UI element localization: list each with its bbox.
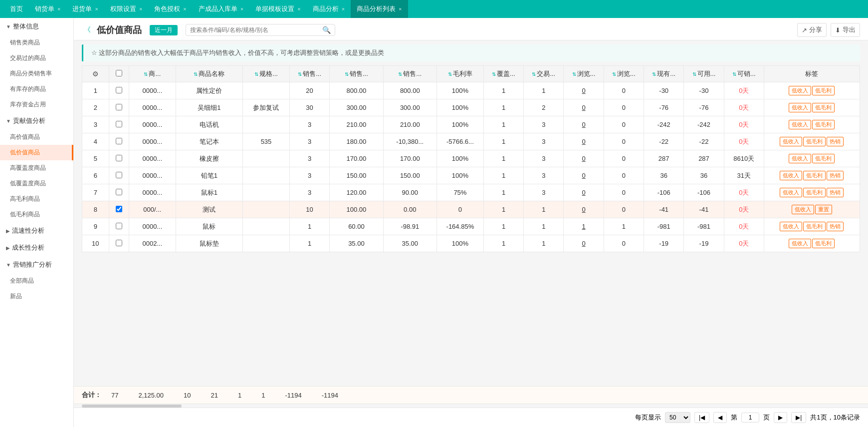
row-checkbox[interactable] [116, 104, 122, 110]
row-browse1[interactable]: 0 [564, 99, 604, 116]
nav-sales-order[interactable]: 销货单 × [29, 0, 66, 18]
browse1-link[interactable]: 0 [582, 104, 585, 111]
sidebar-group-growth[interactable]: ▶ 成长性分析 [0, 239, 73, 256]
row-checkbox-cell[interactable] [109, 116, 129, 133]
th-sales-num[interactable]: ⇅销售... [289, 66, 329, 82]
browse1-link[interactable]: 0 [582, 189, 585, 196]
sidebar-item-sales-products[interactable]: 销售类商品 [0, 35, 73, 50]
row-checkbox-cell[interactable] [109, 218, 129, 235]
next-page-button[interactable]: ▶ [774, 412, 787, 423]
row-checkbox-cell[interactable] [109, 133, 129, 150]
sidebar-item-category-rate[interactable]: 商品分类销售率 [0, 66, 73, 81]
row-browse1[interactable]: 0 [564, 116, 604, 133]
nav-role-auth[interactable]: 角色授权 × [148, 0, 192, 18]
th-sales-amt2[interactable]: ⇅销售... [383, 66, 436, 82]
prev-page-button[interactable]: ◀ [713, 412, 727, 423]
row-checkbox[interactable] [116, 172, 122, 178]
close-icon[interactable]: × [57, 6, 60, 12]
nav-product-analysis[interactable]: 商品分析 × [307, 0, 351, 18]
th-gear[interactable]: ⚙ [82, 66, 109, 82]
sidebar-item-low-value[interactable]: 低价值商品 [0, 145, 73, 160]
close-icon[interactable]: × [95, 6, 98, 12]
sidebar-group-marketing[interactable]: ▼ 营销推广分析 [0, 256, 73, 273]
close-icon[interactable]: × [183, 6, 186, 12]
sidebar-item-high-coverage[interactable]: 高覆盖度商品 [0, 160, 73, 176]
nav-home[interactable]: 首页 [4, 0, 29, 18]
row-checkbox[interactable] [116, 240, 122, 246]
row-checkbox-cell[interactable] [109, 167, 129, 184]
sidebar-item-high-margin[interactable]: 高毛利商品 [0, 191, 73, 207]
row-browse1[interactable]: 0 [564, 235, 604, 252]
nav-product-analysis-list[interactable]: 商品分析列表 × [351, 0, 408, 18]
th-margin[interactable]: ⇅毛利率 [436, 66, 483, 82]
browse1-link[interactable]: 0 [582, 206, 585, 213]
sidebar-item-low-margin[interactable]: 低毛利商品 [0, 207, 73, 222]
th-code[interactable]: ⇅商... [129, 66, 176, 82]
filter-tag-recent[interactable]: 近一月 [150, 25, 178, 35]
sidebar-item-stock-products[interactable]: 有库存的商品 [0, 81, 73, 97]
export-button[interactable]: ⬇ 导出 [831, 23, 860, 37]
row-checkbox[interactable] [116, 121, 122, 127]
browse1-link[interactable]: 0 [582, 87, 585, 94]
th-coverage[interactable]: ⇅覆盖... [483, 66, 523, 82]
per-page-select[interactable]: 50 20 100 [665, 412, 690, 423]
row-browse1[interactable]: 0 [564, 150, 604, 167]
row-checkbox-cell[interactable] [109, 150, 129, 167]
select-all-checkbox[interactable] [116, 70, 122, 76]
browse1-link[interactable]: 0 [582, 155, 585, 162]
row-browse1[interactable]: 0 [564, 167, 604, 184]
th-saleable[interactable]: ⇅可销... [724, 66, 764, 82]
row-checkbox[interactable] [116, 87, 122, 93]
sidebar-item-traded-products[interactable]: 交易过的商品 [0, 50, 73, 66]
nav-permissions[interactable]: 权限设置 × [104, 0, 148, 18]
close-icon[interactable]: × [297, 6, 300, 12]
row-browse1[interactable]: 1 [564, 218, 604, 235]
row-checkbox[interactable] [116, 206, 122, 212]
th-product-name[interactable]: ⇅商品名称 [176, 66, 242, 82]
table-container[interactable]: ⚙ ⇅商... ⇅商品名称 ⇅规格... ⇅销售... ⇅销售... ⇅销售..… [74, 61, 868, 386]
row-browse1[interactable]: 0 [564, 82, 604, 99]
row-checkbox-cell[interactable] [109, 82, 129, 99]
th-trades[interactable]: ⇅交易... [524, 66, 564, 82]
sidebar-group-overall[interactable]: ▼ 整体信息 [0, 18, 73, 35]
th-spec[interactable]: ⇅规格... [243, 66, 290, 82]
th-stock[interactable]: ⇅现有... [644, 66, 684, 82]
sidebar-item-low-coverage[interactable]: 低覆盖度商品 [0, 176, 73, 191]
row-checkbox[interactable] [116, 223, 122, 229]
share-button[interactable]: ↗ 分享 [797, 23, 827, 37]
first-page-button[interactable]: |◀ [694, 412, 709, 423]
sidebar-item-new-products[interactable]: 新品 [0, 289, 73, 304]
th-sales-amt[interactable]: ⇅销售... [330, 66, 383, 82]
browse1-link[interactable]: 1 [582, 223, 585, 230]
page-input[interactable] [741, 413, 759, 423]
row-browse1[interactable]: 0 [564, 184, 604, 201]
row-browse1[interactable]: 0 [564, 201, 604, 218]
browse1-link[interactable]: 0 [582, 172, 585, 179]
sidebar-item-high-value[interactable]: 高价值商品 [0, 129, 73, 145]
search-input[interactable] [190, 26, 322, 33]
sidebar-group-contribution[interactable]: ▼ 贡献值分析 [0, 112, 73, 129]
th-available[interactable]: ⇅可用... [684, 66, 724, 82]
th-checkbox[interactable] [109, 66, 129, 82]
browse1-link[interactable]: 0 [582, 138, 585, 145]
sidebar-group-flow[interactable]: ▶ 流速性分析 [0, 222, 73, 239]
nav-product-instock[interactable]: 产成品入库单 × [193, 0, 249, 18]
row-browse1[interactable]: 0 [564, 133, 604, 150]
collapse-sidebar-button[interactable]: 《 [82, 23, 93, 36]
search-icon[interactable]: 🔍 [322, 26, 331, 34]
sidebar-item-stock-capital[interactable]: 库存资金占用 [0, 97, 73, 112]
row-checkbox-cell[interactable] [109, 235, 129, 252]
row-checkbox-cell[interactable] [109, 99, 129, 116]
sidebar-item-all-products[interactable]: 全部商品 [0, 273, 73, 289]
close-icon[interactable]: × [139, 6, 142, 12]
close-icon[interactable]: × [342, 6, 345, 12]
th-browse2[interactable]: ⇅浏览... [604, 66, 644, 82]
browse1-link[interactable]: 0 [582, 121, 585, 128]
nav-template-settings[interactable]: 单据模板设置 × [249, 0, 306, 18]
row-checkbox[interactable] [116, 189, 122, 195]
row-checkbox[interactable] [116, 155, 122, 161]
row-checkbox-cell[interactable] [109, 201, 129, 218]
row-checkbox[interactable] [116, 138, 122, 144]
th-browse1[interactable]: ⇅浏览... [564, 66, 604, 82]
nav-purchase-order[interactable]: 进货单 × [66, 0, 104, 18]
